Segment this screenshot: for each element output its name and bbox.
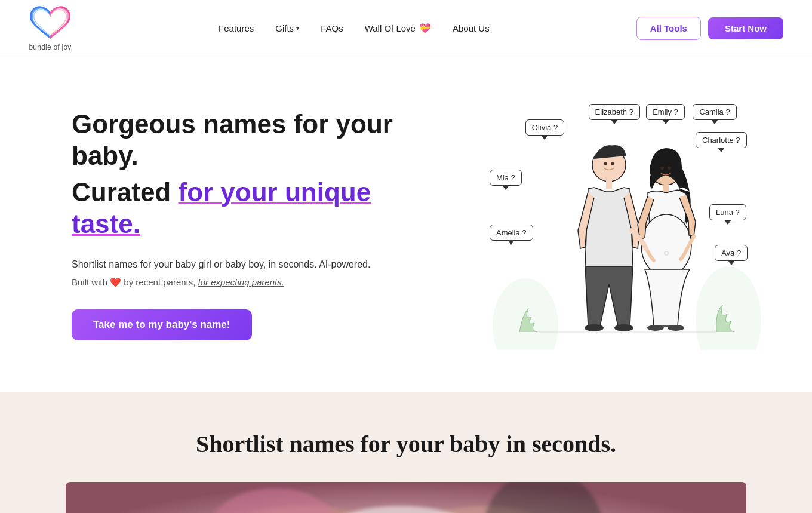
bubble-ava: Ava ? — [715, 245, 748, 261]
bubble-camila: Camila ? — [693, 104, 736, 120]
svg-rect-5 — [606, 180, 612, 189]
nav-about-us[interactable]: About Us — [453, 23, 490, 33]
bubble-amelia: Amelia ? — [490, 225, 533, 241]
navbar: bundle of joy Features Gifts ▾ FAQs Wall… — [0, 0, 812, 57]
bubble-luna: Luna ? — [709, 204, 746, 220]
bubble-emily: Emily ? — [646, 104, 685, 120]
photo-illustration — [66, 482, 746, 513]
hero-title-line2: Curated for your unique taste. — [72, 177, 406, 240]
hero-built: Built with ❤️ by recent parents, for exp… — [72, 277, 406, 288]
svg-point-12 — [641, 214, 691, 277]
svg-point-6 — [585, 324, 604, 331]
nav-links: Features Gifts ▾ FAQs Wall Of Love 💝 Abo… — [219, 23, 490, 34]
svg-point-15 — [668, 325, 684, 331]
hero-curated-prefix: Curated — [72, 177, 178, 207]
svg-point-1 — [696, 266, 761, 350]
nav-faqs[interactable]: FAQs — [321, 23, 343, 33]
hero-built-link[interactable]: for expecting parents. — [198, 277, 284, 287]
cta-button[interactable]: Take me to my baby's name! — [72, 309, 252, 340]
bubble-elizabeth: Elizabeth ? — [589, 104, 640, 120]
logo-icon — [29, 6, 72, 42]
bubble-olivia: Olivia ? — [525, 119, 564, 136]
svg-point-14 — [647, 325, 664, 331]
hero-section: Gorgeous names for your baby. Curated fo… — [0, 57, 812, 392]
gifts-dropdown-icon: ▾ — [296, 25, 299, 32]
hero-built-text: Built with ❤️ by recent parents, — [72, 277, 195, 287]
bubble-mia: Mia ? — [490, 170, 522, 186]
wall-of-love-emoji: 💝 — [419, 23, 431, 34]
nav-wall-of-love[interactable]: Wall Of Love 💝 — [365, 23, 431, 34]
svg-point-3 — [604, 162, 607, 165]
nav-features[interactable]: Features — [219, 23, 254, 33]
hero-content: Gorgeous names for your baby. Curated fo… — [72, 109, 406, 340]
bubble-charlotte: Charlotte ? — [696, 132, 747, 148]
all-tools-button[interactable]: All Tools — [636, 17, 701, 40]
hero-title-line1: Gorgeous names for your baby. — [72, 109, 406, 172]
svg-point-7 — [614, 324, 633, 331]
hero-illustration: Olivia ? Elizabeth ? Emily ? Camila ? Ch… — [490, 99, 764, 350]
hero-subtitle: Shortlist names for your baby girl or ba… — [72, 259, 406, 270]
nav-actions: All Tools Start Now — [636, 17, 783, 40]
shortlist-section: Shortlist names for your baby in seconds… — [0, 392, 812, 513]
shortlist-heading: Shortlist names for your baby in seconds… — [29, 430, 783, 458]
illustration-container: Olivia ? Elizabeth ? Emily ? Camila ? Ch… — [490, 99, 764, 350]
logo[interactable]: bundle of joy — [29, 6, 72, 51]
svg-point-4 — [611, 162, 614, 165]
photo-background — [66, 482, 746, 513]
nav-gifts[interactable]: Gifts ▾ — [275, 23, 299, 33]
start-now-button[interactable]: Start Now — [708, 17, 783, 39]
nav-wall-of-love-label[interactable]: Wall Of Love — [365, 23, 416, 33]
logo-label: bundle of joy — [29, 43, 71, 51]
shortlist-image — [66, 482, 746, 513]
